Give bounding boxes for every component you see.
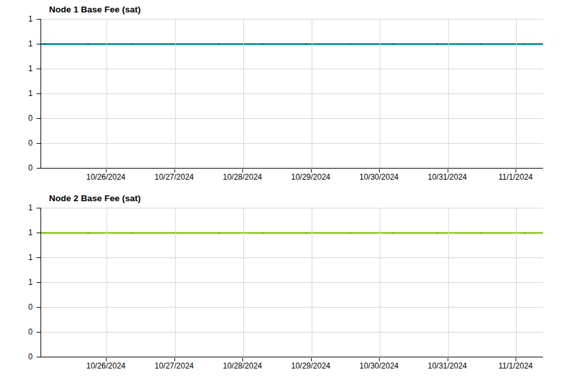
y-tick-mark: [37, 233, 41, 233]
x-tick-label: 10/31/2024: [427, 172, 467, 182]
data-point-marker: [349, 232, 352, 234]
x-tick-label: 10/29/2024: [291, 361, 330, 370]
y-tick-mark: [37, 257, 41, 258]
y-tick-label: 0: [16, 163, 33, 173]
gridline-vertical: [175, 19, 176, 168]
y-tick-label: 1: [16, 203, 33, 213]
charts-dashboard: Node 1 Base Fee (sat) 111100010/26/20241…: [0, 0, 562, 392]
gridline-vertical: [312, 208, 312, 357]
gridline-horizontal: [41, 307, 543, 308]
x-tick-label: 11/1/2024: [499, 172, 533, 182]
x-tick-label: 10/30/2024: [359, 172, 399, 182]
gridline-horizontal: [41, 282, 543, 283]
x-tick-label: 10/26/2024: [86, 361, 125, 370]
gridline-vertical: [380, 19, 380, 168]
y-tick-mark: [37, 118, 41, 119]
y-tick-label: 1: [16, 228, 33, 238]
y-tick-label: 1: [16, 253, 33, 263]
data-point-marker: [218, 232, 220, 234]
data-point-marker: [436, 43, 438, 45]
y-tick-label: 1: [16, 14, 33, 24]
gridline-vertical: [107, 19, 107, 168]
gridline-horizontal: [41, 19, 543, 20]
data-point-marker: [131, 43, 133, 45]
chart-node-1-base-fee: Node 1 Base Fee (sat) 111100010/26/20241…: [0, 0, 562, 189]
y-tick-label: 1: [16, 89, 33, 99]
data-point-marker: [392, 232, 395, 234]
y-tick-label: 1: [16, 39, 33, 49]
y-tick-mark: [37, 143, 41, 144]
data-point-marker: [43, 43, 46, 45]
y-tick-mark: [37, 357, 41, 357]
gridline-vertical: [243, 208, 244, 357]
y-tick-mark: [37, 307, 41, 308]
data-point-marker: [261, 232, 264, 234]
y-tick-mark: [37, 168, 41, 169]
gridline-vertical: [516, 208, 517, 357]
data-point-marker: [261, 43, 264, 45]
data-point-marker: [87, 232, 90, 234]
gridline-vertical: [380, 208, 380, 357]
chart-title: Node 2 Base Fee (sat): [49, 193, 140, 204]
y-tick-mark: [37, 44, 41, 44]
y-tick-label: 0: [16, 302, 33, 312]
x-tick-label: 10/27/2024: [154, 361, 193, 370]
data-point-marker: [436, 232, 438, 234]
y-tick-label: 0: [16, 327, 33, 337]
x-tick-label: 10/31/2024: [427, 361, 467, 370]
y-tick-mark: [37, 282, 41, 283]
gridline-horizontal: [41, 257, 543, 258]
y-tick-mark: [37, 69, 41, 69]
data-point-marker: [523, 43, 526, 45]
data-point-marker: [480, 43, 482, 45]
gridline-vertical: [448, 19, 449, 168]
gridline-vertical: [243, 19, 244, 168]
series-line: [41, 43, 543, 45]
data-point-marker: [305, 43, 308, 45]
y-tick-label: 1: [16, 278, 33, 287]
data-point-marker: [523, 232, 526, 234]
gridline-vertical: [516, 19, 517, 168]
gridline-horizontal: [41, 143, 543, 144]
y-tick-mark: [37, 93, 41, 94]
plot-area: [41, 19, 543, 169]
gridline-vertical: [175, 208, 176, 357]
plot-area: [41, 208, 543, 357]
y-tick-label: 0: [16, 139, 33, 148]
x-tick-label: 10/28/2024: [223, 361, 262, 370]
gridline-horizontal: [41, 69, 543, 69]
x-tick-label: 10/29/2024: [291, 172, 330, 182]
x-tick-label: 11/1/2024: [499, 361, 533, 370]
chart-title: Node 1 Base Fee (sat): [49, 4, 140, 15]
gridline-horizontal: [41, 93, 543, 94]
data-point-marker: [43, 232, 46, 234]
y-tick-mark: [37, 19, 41, 20]
series-line: [41, 232, 543, 234]
y-tick-mark: [37, 332, 41, 333]
y-tick-label: 1: [16, 64, 33, 74]
x-tick-label: 10/26/2024: [86, 172, 125, 182]
data-point-marker: [349, 43, 352, 45]
data-point-marker: [305, 232, 308, 234]
x-tick-label: 10/30/2024: [359, 361, 399, 370]
data-point-marker: [480, 232, 482, 234]
gridline-horizontal: [41, 118, 543, 119]
gridline-horizontal: [41, 332, 543, 333]
y-tick-mark: [37, 208, 41, 208]
y-tick-label: 0: [16, 114, 33, 123]
data-point-marker: [131, 232, 133, 234]
gridline-horizontal: [41, 208, 543, 208]
data-point-marker: [218, 43, 220, 45]
gridline-vertical: [312, 19, 312, 168]
data-point-marker: [87, 43, 90, 45]
x-tick-label: 10/28/2024: [223, 172, 262, 182]
x-tick-label: 10/27/2024: [154, 172, 193, 182]
data-point-marker: [392, 43, 395, 45]
y-tick-label: 0: [16, 352, 33, 362]
chart-node-2-base-fee: Node 2 Base Fee (sat) 111100010/26/20241…: [0, 189, 562, 378]
gridline-vertical: [107, 208, 107, 357]
gridline-vertical: [448, 208, 449, 357]
